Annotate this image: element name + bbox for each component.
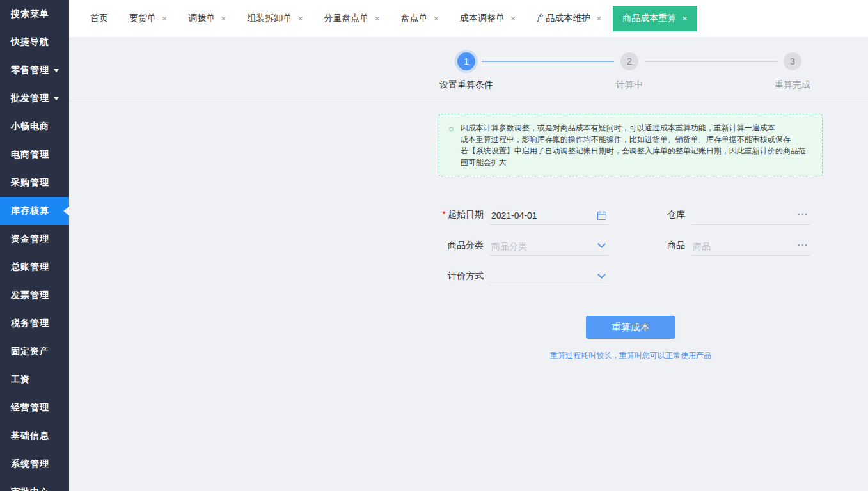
- form-row-1: *起始日期 仓: [439, 194, 823, 225]
- sidebar-item-fixed-assets[interactable]: 固定资产: [0, 338, 69, 366]
- close-icon[interactable]: ×: [221, 14, 226, 23]
- sidebar-item-inventory-accounting[interactable]: 库存核算: [0, 197, 69, 225]
- close-icon[interactable]: ×: [682, 14, 687, 23]
- product-label: 商品: [608, 240, 685, 256]
- sidebar-item-search-menu[interactable]: 搜索菜单: [0, 0, 69, 28]
- sidebar-item-payroll[interactable]: 工资: [0, 366, 69, 394]
- tab-partial-count-order[interactable]: 分量盘点单×: [315, 6, 390, 31]
- sidebar-item-general-ledger[interactable]: 总账管理: [0, 253, 69, 281]
- start-date-field-wrap: [490, 206, 608, 225]
- category-field-wrap: [490, 237, 608, 256]
- sidebar: 搜索菜单 快捷导航 零售管理 批发管理 小畅电商 电商管理 采购管理 库存核算 …: [0, 0, 69, 491]
- chevron-down-icon: [54, 69, 59, 72]
- ellipsis-picker-icon[interactable]: ···: [798, 240, 809, 250]
- stepper: 1 2 3 设置重算条件 计算中 重算完成: [69, 37, 868, 102]
- step-1-label: 设置重算条件: [439, 79, 493, 91]
- recalc-form: *起始日期 仓: [439, 194, 823, 286]
- sidebar-item-retail-mgmt[interactable]: 零售管理: [0, 56, 69, 84]
- step-3-label: 重算完成: [775, 79, 810, 91]
- close-icon[interactable]: ×: [596, 14, 601, 23]
- notice-line: 若【系统设置】中启用了自动调整记账日期时，会调整入库单的整单记账日期，因此重新计…: [461, 145, 813, 168]
- step-3-circle: 3: [784, 52, 801, 70]
- step-2-label: 计算中: [616, 79, 643, 91]
- app-window: 搜索菜单 快捷导航 零售管理 批发管理 小畅电商 电商管理 采购管理 库存核算 …: [0, 0, 868, 491]
- warehouse-field-wrap: ···: [691, 206, 810, 225]
- main-area: 首页 要货单× 调拨单× 组装拆卸单× 分量盘点单× 盘点单× 成本调整单× 产…: [69, 0, 868, 491]
- warehouse-input[interactable]: [691, 206, 810, 225]
- notice-line: 因成本计算参数调整，或是对商品成本有疑问时，可以通过成本重算功能，重新计算一遍成…: [461, 122, 813, 134]
- notice-line: 成本重算过程中，影响库存账的操作均不能操作，比如进货单、销货单、库存单据不能审核…: [461, 134, 813, 145]
- ellipsis-picker-icon[interactable]: ···: [798, 209, 809, 219]
- sidebar-item-funds-mgmt[interactable]: 资金管理: [0, 225, 69, 253]
- step-connector-1: [482, 61, 614, 62]
- close-icon[interactable]: ×: [297, 14, 303, 23]
- tab-product-cost-maintain[interactable]: 产品成本维护×: [527, 6, 611, 31]
- close-icon[interactable]: ×: [434, 14, 439, 23]
- tab-assembly-disassembly-order[interactable]: 组装拆卸单×: [237, 6, 312, 31]
- pricing-method-select[interactable]: [490, 267, 608, 286]
- start-date-input[interactable]: [490, 206, 608, 225]
- product-input[interactable]: [691, 237, 810, 256]
- step-2-circle: 2: [620, 52, 638, 70]
- category-label: 商品分类: [439, 240, 484, 256]
- category-select[interactable]: [490, 237, 608, 256]
- step-connector-2: [645, 61, 777, 62]
- tab-bar: 首页 要货单× 调拨单× 组装拆卸单× 分量盘点单× 盘点单× 成本调整单× 产…: [69, 0, 868, 37]
- notice-text: 因成本计算参数调整，或是对商品成本有疑问时，可以通过成本重算功能，重新计算一遍成…: [461, 122, 813, 168]
- recalc-note-text: 重算过程耗时较长，重算时您可以正常使用产品: [439, 350, 823, 361]
- calendar-icon[interactable]: [597, 210, 607, 223]
- form-row-2: 商品分类 商品 ···: [439, 225, 823, 256]
- bulb-icon: ☼: [447, 122, 455, 168]
- sidebar-item-business-mgmt[interactable]: 经营管理: [0, 394, 69, 422]
- required-mark: *: [443, 209, 446, 219]
- step-1-circle: 1: [457, 52, 475, 70]
- sidebar-item-invoice-mgmt[interactable]: 发票管理: [0, 281, 69, 309]
- tab-demand-order[interactable]: 要货单×: [120, 6, 177, 31]
- tab-transfer-order[interactable]: 调拨单×: [178, 6, 235, 31]
- close-icon[interactable]: ×: [375, 14, 380, 23]
- tab-cost-adjust-order[interactable]: 成本调整单×: [450, 6, 525, 31]
- sidebar-item-system-mgmt[interactable]: 系统管理: [0, 450, 69, 478]
- sidebar-item-basic-info[interactable]: 基础信息: [0, 422, 69, 450]
- pricing-method-field-wrap: [490, 267, 608, 286]
- pricing-method-label: 计价方式: [439, 270, 484, 286]
- chevron-down-icon: [54, 97, 59, 100]
- sidebar-item-tax-mgmt[interactable]: 税务管理: [0, 309, 69, 338]
- content-body: ☼ 因成本计算参数调整，或是对商品成本有疑问时，可以通过成本重算功能，重新计算一…: [69, 102, 868, 491]
- sidebar-item-quick-nav[interactable]: 快捷导航: [0, 28, 69, 56]
- close-icon[interactable]: ×: [510, 14, 516, 23]
- tab-home[interactable]: 首页: [81, 6, 118, 31]
- start-date-label: *起始日期: [439, 209, 484, 225]
- sidebar-item-partial[interactable]: 审批中心: [0, 478, 69, 491]
- tab-count-order[interactable]: 盘点单×: [391, 6, 448, 31]
- sidebar-item-xiaochang-ecommerce[interactable]: 小畅电商: [0, 113, 69, 141]
- warehouse-label: 仓库: [608, 209, 685, 225]
- sidebar-item-wholesale-mgmt[interactable]: 批发管理: [0, 84, 69, 113]
- sidebar-item-purchase-mgmt[interactable]: 采购管理: [0, 169, 69, 197]
- tab-goods-cost-recalc[interactable]: 商品成本重算×: [613, 6, 697, 31]
- recalc-cost-button[interactable]: 重算成本: [586, 316, 675, 339]
- product-field-wrap: ···: [691, 237, 810, 256]
- form-row-3: 计价方式: [439, 256, 823, 286]
- sidebar-item-ecommerce-mgmt[interactable]: 电商管理: [0, 141, 69, 169]
- notice-box: ☼ 因成本计算参数调整，或是对商品成本有疑问时，可以通过成本重算功能，重新计算一…: [439, 114, 823, 176]
- close-icon[interactable]: ×: [162, 14, 167, 23]
